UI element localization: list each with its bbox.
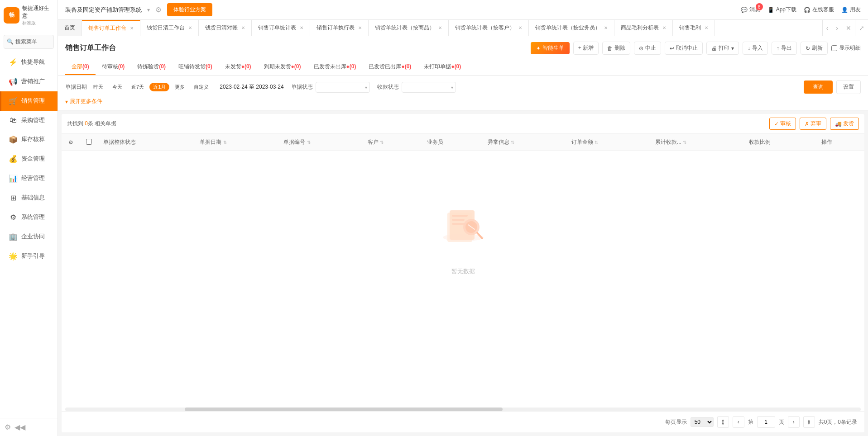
- dropdown-arrow[interactable]: ▾: [147, 7, 150, 13]
- select-all-checkbox[interactable]: [86, 139, 92, 145]
- th-date[interactable]: 单据日期 ⇅: [194, 134, 278, 151]
- page-size-select[interactable]: 50 100 200: [691, 417, 714, 427]
- subtab-not-printed[interactable]: 未打印单据●(0): [417, 59, 467, 75]
- subtab-pending-review[interactable]: 待审核(0): [96, 59, 131, 75]
- tab-close-icon[interactable]: ✕: [518, 25, 522, 30]
- tab-fullscreen-button[interactable]: ⤢: [855, 20, 868, 36]
- tab-close-icon[interactable]: ✕: [705, 25, 708, 30]
- tab-close-icon[interactable]: ✕: [358, 25, 362, 30]
- status-select[interactable]: [316, 82, 370, 93]
- sidebar-item-newbie[interactable]: 🌟 新手引导: [0, 246, 58, 266]
- tab-cash-reconcile[interactable]: 钱货日清对账 ✕: [199, 20, 252, 36]
- tab-close-icon[interactable]: ✕: [188, 25, 192, 30]
- payment-select[interactable]: [402, 82, 456, 93]
- sidebar-item-inventory[interactable]: 📦 库存核算: [0, 130, 58, 149]
- tab-close-icon[interactable]: ✕: [241, 25, 245, 30]
- scrollbar-thumb[interactable]: [185, 408, 503, 411]
- sort-icon: ⇅: [223, 140, 227, 145]
- date-option-today[interactable]: 今天: [109, 83, 126, 91]
- ship-button[interactable]: 🚚 发货: [830, 118, 859, 130]
- th-checkbox[interactable]: [80, 134, 98, 151]
- cancel-stop-button[interactable]: ↩ 取消中止: [665, 42, 703, 55]
- date-option-more[interactable]: 更多: [171, 83, 188, 91]
- tab-sales-product[interactable]: 销货单统计表（按商品） ✕: [369, 20, 449, 36]
- subtab-not-shipped[interactable]: 未发货●(0): [219, 59, 258, 75]
- print-icon: 🖨: [711, 45, 717, 52]
- date-option-custom[interactable]: 自定义: [190, 83, 212, 91]
- date-option-7days[interactable]: 近7天: [128, 83, 148, 91]
- tab-close-icon[interactable]: ✕: [604, 25, 608, 30]
- sidebar-item-sales[interactable]: 🛒 销售管理: [0, 91, 58, 111]
- subtab-all[interactable]: 全部(0): [65, 59, 96, 75]
- date-option-yesterday[interactable]: 昨天: [90, 83, 107, 91]
- subtab-shipped-out[interactable]: 已发货已出库●(0): [362, 59, 417, 75]
- prev-page-button[interactable]: ‹: [733, 416, 744, 428]
- collapse-icon[interactable]: ◀◀: [14, 423, 25, 431]
- search-menu-button[interactable]: 🔍 搜索菜单: [4, 35, 54, 49]
- tab-close-icon[interactable]: ✕: [438, 25, 442, 30]
- revoke-button[interactable]: ✗ 弃审: [800, 118, 826, 130]
- th-staff[interactable]: 业务员: [422, 134, 482, 151]
- horizontal-scrollbar[interactable]: [65, 408, 861, 411]
- online-service-button[interactable]: 🎧 在线客服: [804, 6, 834, 14]
- message-button[interactable]: 💬 消息 6: [741, 6, 760, 14]
- ai-create-button[interactable]: ✦ 智能生单: [531, 42, 570, 54]
- user-menu-button[interactable]: 👤 用友: [841, 6, 861, 14]
- show-detail-checkbox[interactable]: [831, 45, 837, 51]
- tab-sales-staff[interactable]: 销货单统计表（按业务员） ✕: [529, 20, 614, 36]
- delete-button[interactable]: 🗑 删除: [602, 42, 630, 55]
- tab-sales-customer[interactable]: 销货单统计表（按客户） ✕: [449, 20, 529, 36]
- tab-close-all-button[interactable]: ✕: [842, 20, 855, 36]
- gear-icon[interactable]: ⚙: [5, 423, 11, 431]
- expand-filter-button[interactable]: ▾ 展开更多条件: [65, 98, 102, 105]
- subtab-overdue-ship[interactable]: 到期未发货●(0): [258, 59, 307, 75]
- filter-settings-button[interactable]: 设置: [836, 80, 861, 94]
- date-option-1month[interactable]: 近1月: [149, 83, 169, 91]
- sidebar-item-system[interactable]: ⚙ 系统管理: [0, 208, 58, 227]
- tab-close-icon[interactable]: ✕: [300, 25, 303, 30]
- show-detail-label[interactable]: 显示明细: [831, 44, 861, 52]
- subtab-pending-check[interactable]: 待拣验货(0): [131, 59, 172, 75]
- tab-sales-workbench[interactable]: 销售订单工作台 ✕: [82, 20, 140, 36]
- approve-button[interactable]: ✓ 审核: [769, 118, 796, 130]
- last-page-button[interactable]: ⟫: [803, 416, 815, 428]
- sidebar-item-quicknav[interactable]: ⚡ 快捷导航: [0, 52, 58, 72]
- sidebar-item-operation[interactable]: 📊 经营管理: [0, 169, 58, 188]
- th-amount[interactable]: 订单金额 ⇅: [566, 134, 650, 151]
- tab-next-button[interactable]: ›: [832, 20, 842, 36]
- query-button[interactable]: 查询: [804, 81, 833, 94]
- tab-cash-daily[interactable]: 钱货日清工作台 ✕: [140, 20, 199, 36]
- sidebar-item-purchase[interactable]: 🛍 采购管理: [0, 111, 58, 130]
- topbar-settings-icon[interactable]: ⚙: [155, 5, 162, 14]
- tab-order-stats[interactable]: 销售订单统计表 ✕: [252, 20, 310, 36]
- import-button[interactable]: ↓ 导入: [743, 42, 768, 55]
- tab-sales-profit[interactable]: 销售毛利 ✕: [673, 20, 715, 36]
- first-page-button[interactable]: ⟪: [717, 416, 729, 428]
- tab-profit[interactable]: 商品毛利分析表 ✕: [614, 20, 673, 36]
- sidebar-item-enterprise[interactable]: 🏢 企业协同: [0, 227, 58, 246]
- tab-order-exec[interactable]: 销售订单执行表 ✕: [310, 20, 369, 36]
- tab-home[interactable]: 首页: [58, 20, 82, 36]
- tab-prev-button[interactable]: ‹: [822, 20, 832, 36]
- industry-solution-button[interactable]: 体验行业方案: [167, 3, 212, 16]
- th-settings[interactable]: ⚙: [62, 134, 80, 151]
- sidebar-item-marketing[interactable]: 📢 营销推广: [0, 72, 58, 91]
- refresh-button[interactable]: ↻ 刷新: [801, 42, 828, 55]
- subtab-wangpu-ship[interactable]: 旺铺待发货(0): [172, 59, 219, 75]
- page-number-input[interactable]: [757, 416, 775, 428]
- th-exception[interactable]: 异常信息 ⇅: [482, 134, 566, 151]
- stop-button[interactable]: ⊘ 中止: [634, 42, 661, 55]
- next-page-button[interactable]: ›: [788, 416, 800, 428]
- th-number[interactable]: 单据编号 ⇅: [278, 134, 362, 151]
- subtab-shipped-not-out[interactable]: 已发货未出库●(0): [307, 59, 363, 75]
- add-button[interactable]: + 新增: [573, 42, 599, 55]
- sidebar-item-finance[interactable]: 💰 资金管理: [0, 149, 58, 169]
- tab-close-icon[interactable]: ✕: [662, 25, 666, 30]
- th-total-payment[interactable]: 累计收款... ⇅: [650, 134, 743, 151]
- tab-close-icon[interactable]: ✕: [130, 26, 134, 31]
- th-customer[interactable]: 客户 ⇅: [362, 134, 422, 151]
- sidebar-item-base[interactable]: ⊞ 基础信息: [0, 188, 58, 208]
- export-button[interactable]: ↑ 导出: [772, 42, 797, 55]
- app-download-button[interactable]: 📱 App下载: [767, 6, 796, 14]
- print-button[interactable]: 🖨 打印 ▾: [706, 42, 739, 55]
